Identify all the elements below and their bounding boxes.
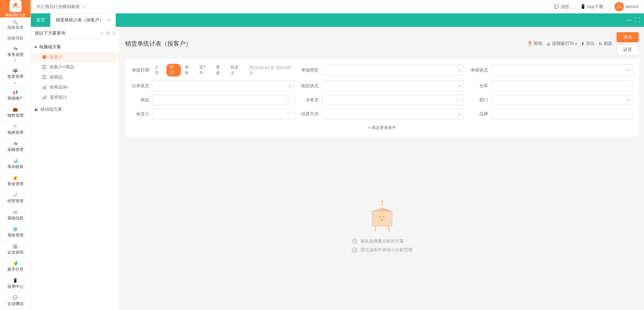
- doc-status-select[interactable]: ▾: [491, 65, 633, 75]
- scheme-by-customer-goods[interactable]: 按客户+商品: [31, 62, 119, 72]
- svg-point-19: [380, 216, 381, 217]
- app-logo[interactable]: 畅捷通好生意: [0, 0, 31, 17]
- return-stat-icon: [42, 95, 47, 100]
- desktop-section-header[interactable]: ▾ 电脑端方案: [31, 42, 119, 52]
- sidebar-item-purchase[interactable]: 🛍 采购管理: [0, 139, 31, 156]
- sidebar-item-operation[interactable]: 📈 经营管理: [0, 190, 31, 207]
- settings-button[interactable]: 设置: [616, 44, 639, 55]
- title-dropdown-icon[interactable]: ▾: [83, 5, 84, 8]
- receipt-status-arrow-icon: ▾: [459, 84, 460, 88]
- base-label: 基础信息: [7, 215, 23, 221]
- by-customer-label: 按客户: [50, 54, 63, 60]
- warehouse-select[interactable]: ···: [491, 81, 633, 91]
- svg-rect-4: [42, 67, 44, 69]
- mobile-scheme-section[interactable]: ▶ 移动端方案: [31, 104, 119, 114]
- date-tab-this-month[interactable]: 本月: [166, 64, 181, 76]
- goods-select[interactable]: ···: [152, 95, 294, 105]
- help-icon: ❓: [527, 41, 532, 46]
- svg-rect-6: [42, 75, 44, 77]
- print-button[interactable]: 🖨 按模板打印 ▾: [546, 41, 577, 47]
- search-menu[interactable]: 🔍 搜索菜单: [0, 17, 31, 34]
- svg-rect-9: [45, 78, 46, 79]
- sidebar-item-system[interactable]: ⚙️ 系统管理: [0, 224, 31, 241]
- user-label: demo2: [625, 4, 639, 9]
- collapse-filters-button[interactable]: ∧ 收起更多条件: [130, 123, 633, 133]
- tab-bar: 首页 销货单统计表（按客户） ✕ — ⛶: [31, 13, 644, 27]
- date-tabs: 上月 本月 本年 近7天 更多 自定义 2023-03-01 至 2023-03…: [152, 63, 294, 77]
- scheme-return-stat[interactable]: 退货统计: [31, 92, 119, 102]
- help-button[interactable]: ❓ 帮助: [527, 41, 542, 47]
- sidebar-item-retail[interactable]: 🛍 零售管理 ▾: [0, 44, 31, 65]
- search-icon: 🔍: [2, 20, 29, 25]
- message-button[interactable]: 💬 消息: [554, 4, 569, 10]
- filter-row-4: 收货人 ··· 结算方式 ▾ 品牌: [130, 109, 633, 119]
- quick-nav[interactable]: 快捷导航: [0, 34, 31, 44]
- user-menu[interactable]: Ea demo2: [614, 2, 639, 11]
- app-download-button[interactable]: 📱 App下载: [580, 4, 603, 10]
- message-icon: 💬: [554, 4, 559, 9]
- enterprise-label: 企业协同: [7, 250, 23, 255]
- btn-group: 查询 设置: [616, 32, 639, 55]
- by-goods-99-icon: [42, 85, 47, 90]
- tab-minimize-icon[interactable]: —: [627, 17, 632, 23]
- tab-close-icon[interactable]: ✕: [107, 18, 110, 22]
- sidebar-item-sales[interactable]: 💼 销售管理: [0, 104, 31, 121]
- tab-maximize-icon[interactable]: ⛶: [635, 17, 640, 23]
- out-status-select[interactable]: ▾: [152, 81, 294, 91]
- add-scheme-icon[interactable]: +: [101, 31, 103, 36]
- export-button[interactable]: ⬆ 导出: [581, 41, 595, 47]
- scheme-by-goods[interactable]: 按商品: [31, 72, 119, 82]
- collapse-panel-icon[interactable]: «: [113, 31, 115, 36]
- salesperson-select[interactable]: ···: [321, 95, 464, 105]
- refresh-button[interactable]: ↻ 刷新: [599, 41, 612, 47]
- payment-select[interactable]: ▾: [321, 109, 464, 119]
- warehouse-label: 仓库: [469, 83, 488, 89]
- goods-label: 商品: [130, 97, 149, 103]
- date-tab-this-year[interactable]: 本年: [182, 63, 195, 77]
- svg-rect-15: [45, 95, 46, 99]
- goods-dots: ···: [286, 97, 291, 103]
- mobile-section-arrow: ▶: [35, 107, 38, 112]
- query-button[interactable]: 查询: [616, 32, 639, 42]
- sidebar-item-ecommerce[interactable]: 🛒 电商管理: [0, 121, 31, 139]
- return-stat-label: 退货统计: [50, 94, 67, 100]
- sidebar-item-base[interactable]: 🗂 基础信息: [0, 207, 31, 224]
- date-tab-more[interactable]: 更多: [213, 63, 226, 77]
- sidebar-item-appstore[interactable]: 📱 应用中心: [0, 275, 31, 293]
- dept-select[interactable]: ▾: [491, 95, 633, 105]
- newbie-icon: 🔰: [13, 261, 18, 266]
- ecommerce-label: 电商管理: [7, 130, 23, 136]
- wholesale-label: 批发管理: [7, 74, 23, 80]
- tab-sales-stat[interactable]: 销货单统计表（按客户） ✕: [50, 13, 116, 27]
- date-filter-group: 单据日期 上月 本月 本年 近7天 更多 自定义 2023-03-01 至 20…: [130, 63, 294, 77]
- date-tab-7days[interactable]: 近7天: [197, 63, 212, 77]
- avatar: Ea: [614, 2, 624, 11]
- date-tab-last-month[interactable]: 上月: [152, 63, 165, 77]
- sidebar-item-enterprise[interactable]: 🏢 企业协同: [0, 241, 31, 258]
- receipt-status-select[interactable]: ▾: [321, 81, 464, 91]
- receiver-select[interactable]: ···: [152, 109, 294, 119]
- wholesale-arrow: ▴: [14, 81, 16, 84]
- brand-select[interactable]: ···: [491, 109, 633, 119]
- scheme-by-customer[interactable]: 按客户: [31, 52, 119, 62]
- receiver-filter-group: 收货人 ···: [130, 109, 294, 119]
- sidebar-item-wholesale[interactable]: 📦 批发管理 ▴: [0, 65, 31, 87]
- out-status-label: 出库状态: [130, 83, 149, 89]
- sidebar-item-newbie[interactable]: 🔰 新手引导: [0, 258, 31, 275]
- refresh-scheme-icon[interactable]: ↻: [106, 31, 110, 36]
- svg-rect-7: [45, 75, 46, 77]
- date-tab-custom[interactable]: 自定义: [228, 63, 245, 77]
- sidebar-item-marketing[interactable]: 📢 营销推广: [0, 87, 31, 104]
- tab-home[interactable]: 首页: [31, 13, 50, 27]
- left-panel-title: 按以下方案查询: [35, 30, 65, 36]
- scheme-by-goods-99[interactable]: 按商品99: [31, 82, 119, 92]
- sidebar-item-finance[interactable]: 💰 资金管理: [0, 173, 31, 190]
- sidebar-item-inventory[interactable]: 📊 库存核算: [0, 156, 31, 173]
- empty-tip-1: 1 请先选择要分析的方案: [352, 238, 413, 244]
- doc-type-select[interactable]: ▾: [321, 65, 464, 75]
- page-title-bar: 销货单统计表（按客户） ❓ 帮助 🖨 按模板打印 ▾ ⬆ 导出: [125, 32, 639, 55]
- top-header: 办公用品行业模拟账套 ▾ 💬 消息 📱 App下载 Ea demo2: [31, 0, 644, 13]
- svg-point-22: [381, 201, 383, 203]
- page-title: 销货单统计表（按客户）: [125, 40, 192, 48]
- sidebar-item-wechat[interactable]: 💬 企业微信: [0, 293, 31, 310]
